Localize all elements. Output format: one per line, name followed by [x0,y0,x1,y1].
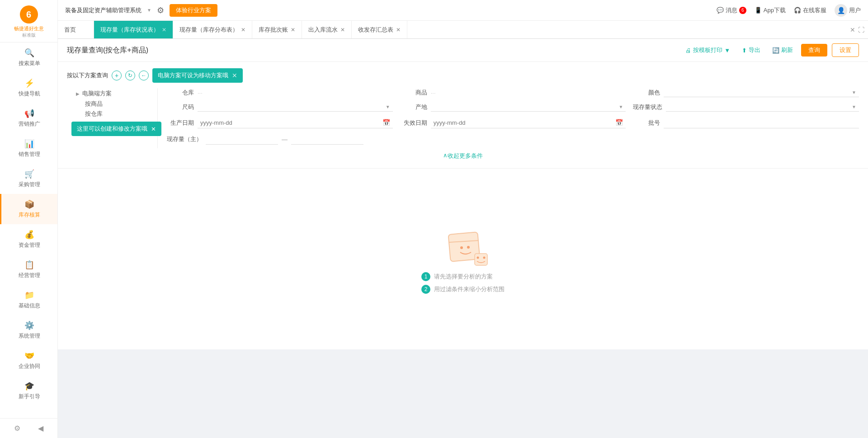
tab-inventory-dist[interactable]: 现存量（库存分布表） ✕ [173,21,252,38]
sidebar-item-sales[interactable]: 📊 销售管理 [0,133,57,164]
origin-select[interactable]: ▼ [431,103,626,112]
tooltip1-close[interactable]: ✕ [232,72,237,79]
sidebar-item-system[interactable]: ⚙️ 系统管理 [0,315,57,345]
tab-flow-close[interactable]: ✕ [340,27,345,33]
logo-icon: 6 [20,5,38,24]
expiry-date-input[interactable] [434,119,614,126]
scheme-group-desktop: ▶ 电脑端方案 按商品 按仓库 [76,88,157,119]
tab-summary-close[interactable]: ✕ [396,27,401,33]
inventory-main-to-input[interactable] [291,134,363,145]
settings-main-btn[interactable]: 设置 [832,43,859,57]
filter-field-goods: 商品 ··· [400,89,626,97]
sidebar-item-label-operation: 经营管理 [19,272,40,279]
sidebar-item-label-system: 系统管理 [19,332,40,340]
tab-flow[interactable]: 出入库流水 ✕ [302,21,352,38]
empty-step-1: 1 请先选择要分析的方案 [421,272,505,281]
tab-inventory-status[interactable]: 现存量（库存状况表） ✕ [94,21,173,38]
sidebar-item-basic[interactable]: 📁 基础信息 [0,285,57,315]
goods-dots: ··· [431,89,436,96]
sidebar-item-quick[interactable]: ⚡ 快捷导航 [0,73,57,103]
system-name: 装备及固定资产辅助管理系统 [65,6,142,14]
search-main-btn[interactable]: 查询 [801,44,827,57]
app-download-action[interactable]: 📱 App下载 [755,6,786,14]
tab-summary-label: 收发存汇总表 [358,26,393,34]
tab-inventory-dist-close[interactable]: ✕ [241,27,245,33]
export-btn[interactable]: ⬆ 导出 [738,44,764,56]
production-date-calendar-icon[interactable]: 📅 [382,119,390,126]
settings-footer-btn[interactable]: ⚙ [14,424,20,433]
filter-arrow-btn[interactable]: ← [139,71,149,80]
collapse-chevron-icon: ∧ [443,152,448,160]
stock-status-select[interactable]: ▼ [666,103,859,112]
page-title: 现存量查询(按仓库+商品) [67,46,148,55]
refresh-btn[interactable]: 🔄 刷新 [769,44,797,56]
scheme-desktop-header[interactable]: ▶ 电脑端方案 [76,88,157,99]
warehouse-dots: ··· [198,89,203,96]
stock-status-chevron-icon: ▼ [852,104,856,109]
filter-field-expiry-date: 失效日期 📅 [400,117,626,128]
tab-close-all-icon[interactable]: ✕ [850,26,855,33]
print-template-btn[interactable]: 🖨 按模板打印 ▼ [682,44,734,56]
svg-point-3 [467,246,470,249]
header-settings-icon[interactable]: ⚙ [157,5,164,15]
scheme-desktop-label: 电脑端方案 [82,89,112,98]
tab-inventory-status-close[interactable]: ✕ [162,27,166,33]
message-action[interactable]: 💬 消息 6 [717,6,746,14]
filter-header: 按以下方案查询 + ↻ ← 电脑方案可设为移动方案哦 ✕ [67,68,859,83]
warehouse-label: 仓库 [167,89,194,97]
tab-maximize-icon[interactable]: ⛶ [858,26,864,33]
user-avatar: 👤 [835,4,847,17]
trial-btn[interactable]: 体验行业方案 [170,4,217,17]
step-num-1: 1 [421,272,430,281]
expiry-date-calendar-icon[interactable]: 📅 [615,119,623,126]
sidebar-item-label-inventory: 库存核算 [19,211,40,219]
collapse-sidebar-btn[interactable]: ◀ [38,424,43,433]
collapse-more-conditions-btn[interactable]: ∧ 收起更多条件 [67,148,859,164]
scheme-item-goods[interactable]: 按商品 [85,99,157,109]
tab-home[interactable]: 首页 [58,21,94,38]
export-icon: ⬆ [742,47,747,54]
sidebar-item-search[interactable]: 🔍 搜索菜单 [0,42,57,73]
tooltip-desktop-scheme: 电脑方案可设为移动方案哦 ✕ [152,68,243,83]
filter-field-stock-status: 现存量状态 ▼ [633,103,859,112]
sidebar-item-finance[interactable]: 💰 资金管理 [0,224,57,254]
tab-summary[interactable]: 收发存汇总表 ✕ [352,21,407,38]
sidebar-item-purchase[interactable]: 🛒 采购管理 [0,164,57,194]
print-template-label: 按模板打印 [693,46,722,54]
tab-batch-account[interactable]: 库存批次账 ✕ [252,21,302,38]
sidebar-item-inventory[interactable]: 📦 库存核算 [0,194,57,224]
basic-nav-icon: 📁 [24,290,34,300]
search-nav-icon: 🔍 [24,48,34,58]
user-action[interactable]: 👤 用户 [835,4,861,17]
production-date-input[interactable] [200,119,381,126]
color-select[interactable]: ▼ [664,88,859,97]
sidebar-item-label-enterprise: 企业协同 [19,363,40,370]
scheme-item-warehouse[interactable]: 按仓库 [85,109,157,119]
filter-field-batch-no: 批号 [633,118,859,128]
filter-field-size: 尺码 ▼ [167,103,393,112]
size-select[interactable]: ▼ [198,103,393,112]
system-dropdown-icon[interactable]: ▼ [147,8,151,13]
online-support-action[interactable]: 🎧 在线客服 [794,6,826,14]
sidebar-item-enterprise[interactable]: 🤝 企业协同 [0,345,57,376]
origin-chevron-icon: ▼ [618,104,623,109]
tab-batch-account-close[interactable]: ✕ [291,27,295,33]
batch-no-input[interactable] [664,118,859,128]
filter-add-btn[interactable]: + [112,71,122,80]
filter-refresh-btn[interactable]: ↻ [125,71,135,80]
sidebar-item-marketing[interactable]: 📢 营销推广 [0,103,57,133]
scheme-desktop-items: 按商品 按仓库 [85,99,157,119]
tooltip2-close[interactable]: ✕ [151,126,156,132]
empty-illustration [440,224,486,265]
inventory-main-from-input[interactable] [206,134,278,145]
sidebar-item-newuser[interactable]: 🎓 新手引导 [0,376,57,406]
newuser-nav-icon: 🎓 [24,381,34,391]
sidebar-item-label-basic: 基础信息 [19,302,40,310]
tab-home-label: 首页 [64,26,76,34]
svg-point-5 [477,257,479,259]
scheme-item-warehouse-label: 按仓库 [85,110,103,117]
scheme-desktop-arrow: ▶ [76,91,80,96]
sidebar-item-operation[interactable]: 📋 经营管理 [0,254,57,285]
user-name-label: 用户 [849,6,861,14]
page-title-bar: 现存量查询(按仓库+商品) 🖨 按模板打印 ▼ ⬆ 导出 🔄 刷新 查询 设置 [58,39,868,62]
